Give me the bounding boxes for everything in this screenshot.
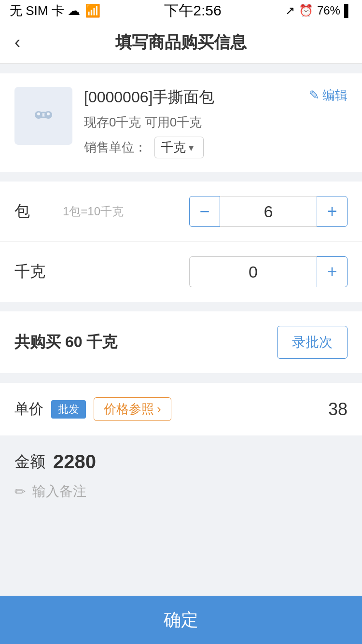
amount-label: 金额 (14, 451, 45, 473)
product-name: [0000006]手撕面包 (84, 87, 348, 108)
total-amount: 60 (65, 333, 83, 350)
product-info: [0000006]手撕面包 现存0千克 可用0千克 销售单位： 千克 ▾ (84, 87, 348, 158)
confirm-button[interactable]: 确定 (0, 596, 362, 644)
pencil-icon: ✏ (14, 484, 26, 500)
battery-icon: ▌ (344, 4, 352, 17)
total-prefix: 共购买 (14, 333, 61, 350)
edit-button[interactable]: ✎ 编辑 (309, 87, 348, 104)
svg-point-3 (47, 112, 50, 115)
bao-plus-button[interactable]: + (317, 196, 348, 227)
amount-value: 2280 (53, 451, 96, 473)
total-row: 共购买 60 千克 录批次 (0, 311, 362, 373)
record-batch-button[interactable]: 录批次 (277, 326, 348, 359)
kg-label: 千克 (14, 261, 53, 282)
location-icon: ↗ (285, 4, 295, 17)
status-time: 下午2:56 (164, 1, 221, 21)
status-right: ↗ ⏰ 76% ▌ (285, 4, 352, 17)
amount-row: 金额 2280 (14, 451, 348, 473)
back-button[interactable]: ‹ (14, 32, 20, 53)
total-unit: 千克 (86, 333, 117, 350)
edit-label: 编辑 (322, 87, 348, 104)
kg-plus-button[interactable]: + (317, 256, 348, 287)
kg-input-row: 千克 + (0, 242, 362, 302)
status-left: 无 SIM 卡 ☁ 📶 (10, 2, 100, 19)
product-card: [0000006]手撕面包 现存0千克 可用0千克 销售单位： 千克 ▾ ✎ 编… (0, 73, 362, 172)
dropdown-arrow-icon: ▾ (189, 142, 194, 154)
bao-label: 包 (14, 201, 53, 222)
bao-hint: 1包=10千克 (63, 204, 180, 219)
kg-qty-controls: + (189, 256, 348, 287)
bao-input[interactable] (220, 196, 317, 227)
unit-label: 销售单位： (84, 139, 147, 156)
product-logo-icon (29, 101, 58, 130)
product-unit: 销售单位： 千克 ▾ (84, 137, 348, 158)
unit-select[interactable]: 千克 ▾ (154, 137, 204, 158)
status-bar: 无 SIM 卡 ☁ 📶 下午2:56 ↗ ⏰ 76% ▌ (0, 0, 362, 21)
price-label: 单价 (14, 399, 43, 419)
unit-value: 千克 (161, 139, 186, 156)
remark-placeholder: 输入备注 (32, 482, 86, 501)
product-image (14, 87, 72, 145)
page-title: 填写商品购买信息 (115, 31, 247, 54)
bao-input-row: 包 1包=10千克 − + (0, 182, 362, 242)
edit-icon: ✎ (309, 88, 320, 103)
product-stock: 现存0千克 可用0千克 (84, 114, 348, 131)
price-value: 38 (328, 399, 348, 420)
amount-section: 金额 2280 ✏ 输入备注 (0, 436, 362, 510)
price-section: 单价 批发 价格参照 › 38 (0, 383, 362, 435)
wifi-icon: 📶 (85, 3, 100, 18)
price-tag: 批发 (51, 400, 86, 419)
bao-minus-button[interactable]: − (189, 196, 220, 227)
total-text: 共购买 60 千克 (14, 332, 117, 353)
kg-input[interactable] (189, 256, 317, 287)
nav-bar: ‹ 填写商品购买信息 (0, 21, 362, 64)
remark-row[interactable]: ✏ 输入备注 (14, 482, 348, 501)
battery-label: 76% (317, 4, 340, 17)
svg-point-2 (37, 112, 40, 115)
price-ref-button[interactable]: 价格参照 › (94, 397, 171, 421)
price-ref-arrow-icon: › (157, 402, 161, 417)
price-ref-label: 价格参照 (104, 401, 154, 418)
bao-qty-controls: − + (189, 196, 348, 227)
alarm-icon: ⏰ (299, 4, 313, 17)
input-section: 包 1包=10千克 − + 千克 + (0, 182, 362, 302)
sim-label: 无 SIM 卡 ☁ (10, 2, 80, 19)
